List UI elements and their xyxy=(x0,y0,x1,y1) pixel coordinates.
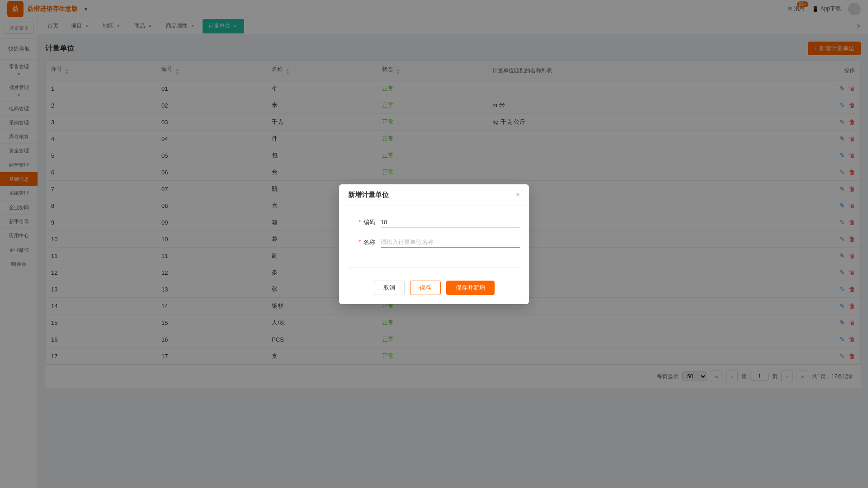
name-label: * 名称 xyxy=(348,238,375,246)
modal-body: * 编码 * 名称 xyxy=(339,206,529,267)
modal-close-button[interactable]: × xyxy=(516,191,520,198)
save-and-new-button[interactable]: 保存并新增 xyxy=(446,281,495,295)
modal-footer: 取消 保存 保存并新增 xyxy=(339,275,529,304)
name-input[interactable] xyxy=(381,237,520,248)
modal-title: 新增计量单位 xyxy=(348,191,389,199)
modal-divider xyxy=(348,267,520,268)
add-unit-modal: 新增计量单位 × * 编码 * 名称 取消 保存 保存并新 xyxy=(339,184,529,304)
code-field-row: * 编码 xyxy=(348,217,520,228)
code-label: * 编码 xyxy=(348,218,375,226)
save-button[interactable]: 保存 xyxy=(410,281,441,295)
name-field-row: * 名称 xyxy=(348,237,520,248)
modal-overlay[interactable]: 新增计量单位 × * 编码 * 名称 取消 保存 保存并新 xyxy=(0,0,868,488)
code-input[interactable] xyxy=(381,217,520,228)
modal-header: 新增计量单位 × xyxy=(339,184,529,206)
required-mark: * xyxy=(359,219,361,225)
cancel-button[interactable]: 取消 xyxy=(374,281,405,295)
required-mark: * xyxy=(359,239,361,245)
